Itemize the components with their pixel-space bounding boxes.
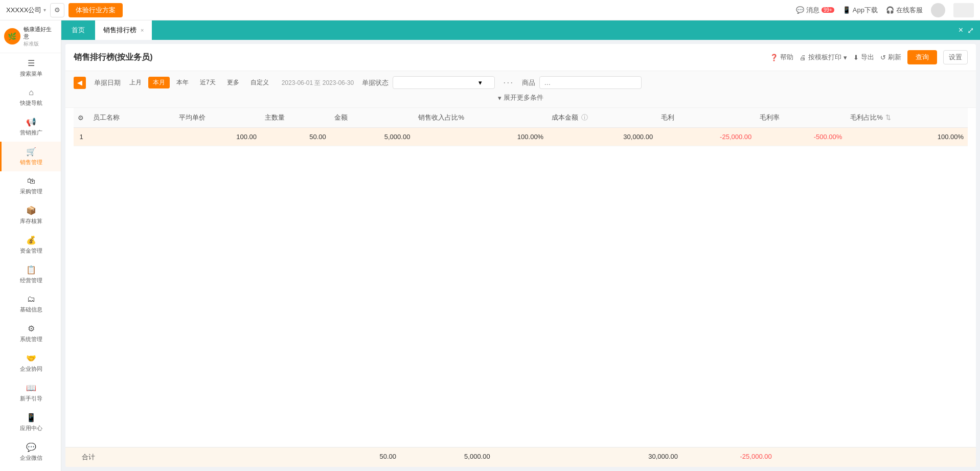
footer-staff — [119, 453, 213, 462]
tab-close-icon[interactable]: × — [141, 27, 144, 33]
messages-button[interactable]: 💬 消息 99+ — [796, 6, 834, 15]
cost-info-icon[interactable]: ⓘ — [581, 114, 588, 121]
filter-expand-row: ▾ 展开更多条件 — [74, 93, 968, 102]
inventory-icon: 📦 — [26, 206, 36, 215]
app-download-button[interactable]: 📱 App下载 — [842, 6, 878, 15]
goods-filter-group: 商品 — [522, 76, 642, 89]
setting-button[interactable]: 设置 — [943, 50, 968, 64]
app-download-icon: 📱 — [842, 6, 851, 14]
guide-icon: 📖 — [26, 383, 36, 393]
sidebar-item-purchase-mgmt[interactable]: 🛍 采购管理 — [0, 171, 61, 200]
profit-pct-sort-icon[interactable]: ⇅ — [885, 114, 891, 121]
trial-industry-button[interactable]: 体验行业方案 — [69, 3, 123, 17]
filter-collapse-button[interactable]: ◀ — [74, 77, 86, 89]
window-close-button[interactable]: × — [959, 26, 963, 35]
sidebar-item-enterprise-coop[interactable]: 🤝 企业协同 — [0, 348, 61, 378]
col-amount: 金额 — [330, 108, 415, 128]
template-print-button[interactable]: 🖨 按模板打印 ▾ — [800, 53, 847, 62]
query-button[interactable]: 查询 — [907, 50, 937, 64]
date-opt-last-month[interactable]: 上月 — [125, 77, 146, 88]
date-opt-7days[interactable]: 近7天 — [195, 77, 220, 88]
sidebar-item-enterprise-wechat[interactable]: 💬 企业微信 — [0, 437, 61, 467]
col-settings[interactable]: ⚙ — [74, 108, 89, 128]
sidebar-item-newbie-guide[interactable]: 📖 新手引导 — [0, 378, 61, 408]
page-title: 销售排行榜(按业务员) — [74, 52, 153, 63]
sidebar-item-biz-mgmt[interactable]: 📋 经营管理 — [0, 260, 61, 289]
app-download-label: App下载 — [853, 6, 878, 15]
sidebar-item-inventory[interactable]: 📦 库存核算 — [0, 200, 61, 230]
expand-conditions-button[interactable]: ▾ 展开更多条件 — [498, 93, 543, 102]
date-range-display: 2023-06-01 至 2023-06-30 — [282, 79, 354, 87]
top-right-actions: 💬 消息 99+ 📱 App下载 🎧 在线客服 — [796, 3, 974, 17]
footer-profit: -25,000.00 — [682, 453, 776, 462]
sidebar-item-label: 系统管理 — [20, 335, 42, 343]
logo-area: 🌿 畅康通好生意 标准版 — [0, 20, 61, 53]
tab-home[interactable]: 首页 — [61, 20, 95, 40]
sidebar-item-label: 企业微信 — [20, 454, 42, 462]
page-actions: ❓ 帮助 🖨 按模板打印 ▾ ⬇ 导出 ↺ 刷新 — [770, 50, 968, 64]
col-cost: 成本金额 ⓘ — [548, 108, 657, 128]
cell-cost: 30,000.00 — [548, 128, 657, 146]
footer-cost: 30,000.00 — [588, 453, 682, 462]
sidebar-item-label: 企业协同 — [20, 365, 42, 373]
sidebar-item-capital-mgmt[interactable]: 💰 资金管理 — [0, 230, 61, 260]
col-profit-rate: 毛利率 — [756, 108, 846, 128]
help-label: 帮助 — [780, 53, 793, 62]
top-bar: XXXXX公司 ▾ ⚙ 体验行业方案 💬 消息 99+ 📱 App下载 🎧 在线… — [0, 0, 980, 20]
sidebar-item-quick-nav[interactable]: ⌂ 快捷导航 — [0, 83, 61, 112]
logo-sub: 标准版 — [24, 40, 57, 48]
cell-profit-pct: 100.00% — [846, 128, 968, 146]
sidebar-item-base-info[interactable]: 🗂 基础信息 — [0, 289, 61, 319]
date-opt-this-year[interactable]: 本年 — [172, 77, 193, 88]
dropdown-icon: ▾ — [844, 54, 847, 61]
company-name: XXXXX公司 — [6, 6, 41, 15]
date-options: 上月 本月 本年 近7天 更多 自定义 — [125, 77, 274, 88]
date-opt-custom[interactable]: 自定义 — [246, 77, 274, 88]
sidebar-item-label: 销售管理 — [20, 159, 42, 166]
more-options-icon[interactable]: ··· — [503, 77, 514, 88]
company-selector[interactable]: XXXXX公司 ▾ — [6, 6, 46, 15]
sidebar-item-marketing[interactable]: 📢 营销推广 — [0, 112, 61, 142]
company-settings-button[interactable]: ⚙ — [50, 3, 64, 17]
window-expand-button[interactable]: ⤢ — [967, 26, 974, 35]
export-button[interactable]: ⬇ 导出 — [853, 53, 874, 62]
search-order-icon: ☰ — [28, 58, 35, 68]
coop-icon: 🤝 — [26, 353, 36, 363]
sidebar-item-search-order[interactable]: ☰ 搜索菜单 — [0, 53, 61, 83]
online-service-button[interactable]: 🎧 在线客服 — [886, 6, 923, 15]
table-footer: 合计 50.00 5,000.00 30,000.00 -25,000.00 — [65, 447, 976, 467]
footer-profit-rate — [776, 453, 870, 462]
export-icon: ⬇ — [853, 54, 859, 61]
avatar[interactable] — [931, 3, 945, 17]
refresh-icon: ↺ — [880, 54, 886, 61]
app-center-icon: 📱 — [26, 413, 36, 422]
sidebar-item-app-center[interactable]: 📱 应用中心 — [0, 408, 61, 437]
cell-revenue-pct: 100.00% — [414, 128, 548, 146]
template-print-label: 按模板打印 — [808, 53, 841, 62]
goods-label: 商品 — [522, 78, 535, 87]
cell-profit-rate: -500.00% — [756, 128, 846, 146]
footer-qty: 50.00 — [306, 453, 400, 462]
help-button[interactable]: ❓ 帮助 — [770, 53, 793, 62]
col-qty: 主数量 — [261, 108, 330, 128]
goods-input[interactable] — [539, 76, 642, 89]
main-layout: 🌿 畅康通好生意 标准版 ☰ 搜索菜单 ⌂ 快捷导航 📢 营销推广 🛒 销售管理… — [0, 20, 980, 471]
sidebar-item-vip-member[interactable]: V 畅会员 — [0, 467, 61, 471]
username-area[interactable] — [953, 3, 974, 17]
expand-icon: ▾ — [498, 94, 502, 102]
date-opt-this-month[interactable]: 本月 — [148, 77, 170, 88]
online-service-label: 在线客服 — [896, 6, 923, 15]
sidebar-item-label: 营销推广 — [20, 129, 42, 137]
cell-staff-name — [89, 128, 175, 146]
col-profit-pct: 毛利占比% ⇅ — [846, 108, 968, 128]
sidebar-item-label: 基础信息 — [20, 306, 42, 313]
sidebar-item-sales-mgmt[interactable]: 🛒 销售管理 — [0, 142, 61, 171]
page-header: 销售排行榜(按业务员) ❓ 帮助 🖨 按模板打印 ▾ ⬇ 导出 — [65, 44, 976, 71]
status-select[interactable]: ▾ — [393, 76, 495, 89]
refresh-button[interactable]: ↺ 刷新 — [880, 53, 901, 62]
sidebar-item-sys-mgmt[interactable]: ⚙ 系统管理 — [0, 319, 61, 348]
date-filter-label: 单据日期 — [94, 78, 121, 87]
tab-sales-rank[interactable]: 销售排行榜 × — [95, 20, 152, 40]
date-opt-more[interactable]: 更多 — [222, 77, 244, 88]
col-profit: 毛利 — [657, 108, 756, 128]
